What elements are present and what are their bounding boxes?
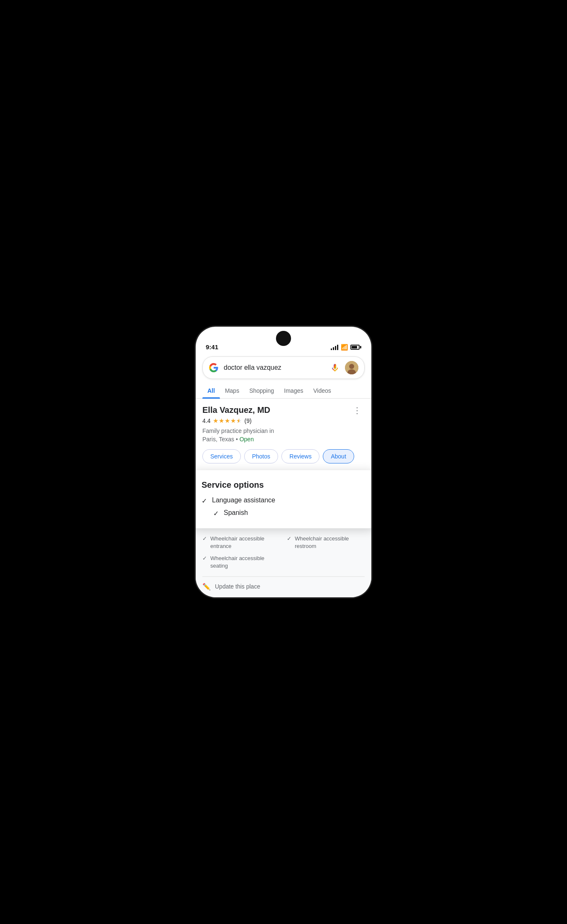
- tab-maps[interactable]: Maps: [220, 383, 244, 398]
- tab-images[interactable]: Images: [279, 383, 308, 398]
- chip-about[interactable]: About: [323, 449, 354, 463]
- update-row[interactable]: ✏️ Update this place: [202, 576, 365, 591]
- scene: 9:41 📶: [175, 274, 392, 650]
- access-text-restroom: Wheelchair accessible restroom: [295, 535, 365, 550]
- accessibility-section: ✓ Wheelchair accessible entrance ✓ Wheel…: [196, 528, 371, 597]
- kp-open-status: Open: [240, 436, 254, 443]
- phone-shell: 9:41 📶: [196, 327, 371, 597]
- google-logo: [209, 363, 219, 373]
- search-query[interactable]: doctor ella vazquez: [224, 364, 325, 371]
- service-item-language: ✓ Language assistance: [202, 497, 365, 505]
- status-bar: 9:41 📶: [196, 327, 371, 352]
- service-label-language: Language assistance: [212, 497, 275, 504]
- check-icon-seating: ✓: [202, 555, 207, 561]
- chip-services[interactable]: Services: [202, 449, 241, 463]
- access-item-restroom: ✓ Wheelchair accessible restroom: [287, 535, 365, 550]
- review-count: (9): [244, 417, 251, 424]
- star-half: ★★: [236, 417, 242, 425]
- pencil-icon: ✏️: [202, 583, 211, 591]
- tab-all[interactable]: All: [202, 383, 220, 398]
- star-4: ★: [230, 417, 236, 425]
- service-sub-spanish: ✓ Spanish: [202, 509, 365, 517]
- check-icon-language: ✓: [202, 497, 207, 505]
- status-time: 9:41: [206, 333, 218, 351]
- rating-number: 4.4: [202, 417, 210, 424]
- battery-icon: [350, 345, 361, 350]
- kp-title: Ella Vazquez, MD: [202, 405, 270, 415]
- kp-description: Family practice physician inParis, Texas…: [202, 427, 365, 443]
- accessibility-grid: ✓ Wheelchair accessible entrance ✓ Wheel…: [202, 535, 365, 570]
- search-bar[interactable]: doctor ella vazquez: [202, 356, 365, 379]
- mic-icon[interactable]: [330, 363, 340, 373]
- kp-status-dot: •: [236, 436, 240, 443]
- update-text: Update this place: [215, 583, 260, 590]
- access-text-entrance: Wheelchair accessible entrance: [210, 535, 280, 550]
- tooltip-title: Service options: [202, 480, 365, 490]
- chip-reviews[interactable]: Reviews: [281, 449, 319, 463]
- chip-photos[interactable]: Photos: [244, 449, 278, 463]
- check-icon-entrance: ✓: [202, 535, 207, 542]
- wifi-icon: 📶: [341, 344, 348, 351]
- access-item-entrance: ✓ Wheelchair accessible entrance: [202, 535, 280, 550]
- star-2: ★: [219, 417, 224, 425]
- star-1: ★: [213, 417, 218, 425]
- tooltip-card: Service options ✓ Language assistance ✓ …: [196, 470, 371, 528]
- check-icon-spanish: ✓: [213, 509, 219, 517]
- access-text-seating: Wheelchair accessible seating: [210, 555, 280, 570]
- knowledge-panel: Ella Vazquez, MD ⋮ 4.4 ★ ★ ★ ★ ★★ (9) Fa…: [196, 399, 371, 470]
- tab-shopping[interactable]: Shopping: [244, 383, 279, 398]
- star-rating: ★ ★ ★ ★ ★★: [213, 417, 242, 425]
- star-3: ★: [225, 417, 230, 425]
- camera-cutout: [276, 331, 291, 346]
- status-icons: 📶: [331, 333, 361, 351]
- access-item-seating: ✓ Wheelchair accessible seating: [202, 555, 280, 570]
- kp-header: Ella Vazquez, MD ⋮: [202, 405, 365, 415]
- more-options-button[interactable]: ⋮: [350, 405, 365, 415]
- chip-row: Services Photos Reviews About: [202, 449, 365, 470]
- signal-icon: [331, 344, 338, 350]
- svg-point-1: [349, 364, 354, 369]
- service-label-spanish: Spanish: [224, 509, 248, 517]
- user-avatar[interactable]: [345, 361, 358, 374]
- search-tabs: All Maps Shopping Images Videos: [196, 383, 371, 399]
- check-icon-restroom: ✓: [287, 535, 291, 542]
- tab-videos[interactable]: Videos: [308, 383, 336, 398]
- search-bar-wrap: doctor ella vazquez: [196, 352, 371, 383]
- kp-rating: 4.4 ★ ★ ★ ★ ★★ (9): [202, 417, 365, 425]
